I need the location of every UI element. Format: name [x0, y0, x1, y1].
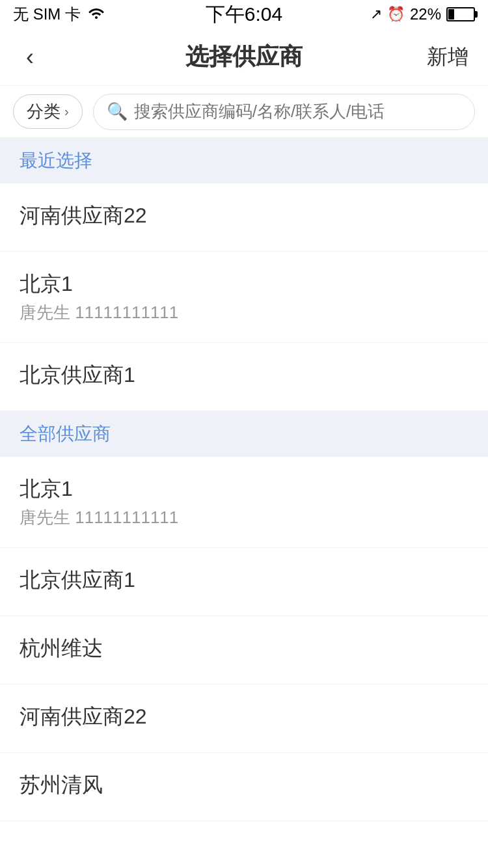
list-item[interactable]: 北京1唐先生 11111111111 [0, 252, 488, 343]
category-button[interactable]: 分类 › [13, 94, 83, 129]
alarm-icon: ⏰ [387, 6, 405, 23]
wifi-icon [87, 5, 105, 23]
list-item[interactable]: 北京供应商1 [0, 548, 488, 616]
item-name: 北京供应商1 [20, 566, 468, 595]
category-label: 分类 [27, 100, 61, 123]
search-box[interactable]: 🔍 [93, 94, 475, 130]
item-name: 北京供应商1 [20, 361, 468, 390]
item-name: 苏州清风 [20, 771, 468, 800]
all-section-label: 全部供应商 [20, 424, 111, 444]
item-name: 河南供应商22 [20, 703, 468, 731]
new-action-button[interactable]: 新增 [427, 43, 468, 72]
list-item[interactable]: 河南供应商22 [0, 685, 488, 753]
location-icon: ↗ [370, 6, 382, 23]
chevron-right-icon: › [64, 104, 69, 119]
search-icon: 🔍 [107, 102, 128, 122]
list-item[interactable]: 北京1唐先生 11111111111 [0, 457, 488, 548]
list-item[interactable]: 杭州维达 [0, 616, 488, 685]
all-section-header: 全部供应商 [0, 411, 488, 457]
status-time: 下午6:04 [206, 1, 282, 28]
item-name: 杭州维达 [20, 634, 468, 663]
item-name: 北京1 [20, 270, 468, 299]
item-name: 河南供应商22 [20, 202, 468, 230]
recent-section-header: 最近选择 [0, 138, 488, 183]
status-right: ↗ ⏰ 22% [370, 5, 475, 23]
page-title: 选择供应商 [185, 41, 303, 73]
battery-icon [446, 7, 475, 21]
item-sub: 唐先生 11111111111 [20, 301, 468, 324]
item-sub: 唐先生 11111111111 [20, 506, 468, 529]
battery-text: 22% [410, 5, 441, 23]
nav-bar: ‹ 选择供应商 新增 [0, 29, 488, 86]
list-item[interactable]: 河南供应商22 [0, 183, 488, 252]
list-item[interactable]: 苏州清风 [0, 753, 488, 821]
filter-bar: 分类 › 🔍 [0, 86, 488, 138]
all-suppliers-list: 北京1唐先生 11111111111北京供应商1杭州维达河南供应商22苏州清风 [0, 457, 488, 821]
list-item[interactable]: 北京供应商1 [0, 343, 488, 411]
recent-list: 河南供应商22北京1唐先生 11111111111北京供应商1 [0, 183, 488, 411]
status-bar: 无 SIM 卡 下午6:04 ↗ ⏰ 22% [0, 0, 488, 29]
recent-section-label: 最近选择 [20, 150, 92, 170]
search-input[interactable] [134, 102, 461, 122]
back-button[interactable]: ‹ [20, 37, 40, 77]
status-left: 无 SIM 卡 [13, 4, 105, 25]
item-name: 北京1 [20, 475, 468, 504]
carrier-text: 无 SIM 卡 [13, 4, 81, 25]
